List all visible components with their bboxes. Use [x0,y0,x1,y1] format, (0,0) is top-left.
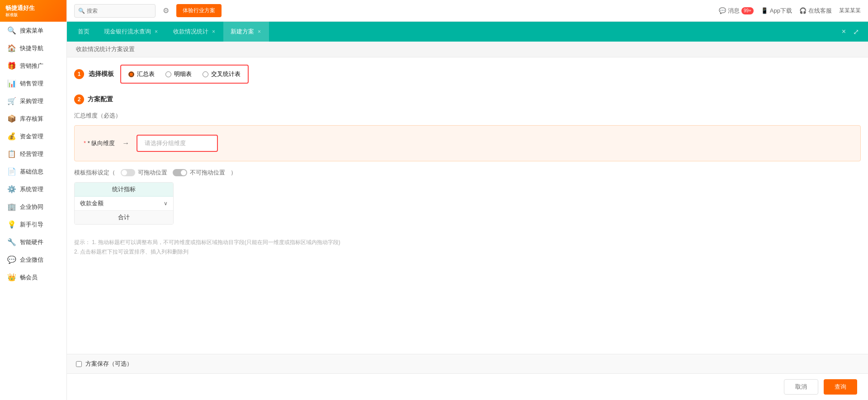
indicator-settings: 模板指标设定（ 可拖动位置 不可拖动位置 ） [74,169,861,226]
tip1: 提示： 1. 拖动标题栏可以调整布局，不可跨维度或指标区域拖动目字段(只能在同一… [74,239,861,246]
headset-icon: 🎧 [799,7,807,14]
sidebar-item-system[interactable]: ⚙️ 系统管理 [0,180,66,198]
required-star: * [84,140,86,146]
sidebar-item-operation[interactable]: 📋 经营管理 [0,145,66,163]
save-checkbox[interactable] [76,361,82,367]
fixed-toggle[interactable]: 不可拖动位置 [173,169,225,177]
download-btn[interactable]: 📱 App下载 [761,7,792,15]
radio-cross[interactable]: 交叉统计表 [203,70,241,78]
sidebar-item-label: 搜索菜单 [20,27,43,35]
save-label: 方案保存（可选） [85,360,132,368]
tab-stats[interactable]: 收款情况统计 × [166,22,223,42]
sidebar-item-quick-nav[interactable]: 🏠 快捷导航 [0,39,66,57]
search-icon: 🔍 [7,26,16,35]
sidebar-item-label: 库存核算 [20,115,43,123]
topbar-right: 💬 消息 99+ 📱 App下载 🎧 在线客服 某某某某 [719,7,861,15]
radio-cross-input[interactable] [203,71,208,77]
radio-cross-label: 交叉统计表 [211,70,241,78]
sidebar-logo: 畅捷通好生 标准版 [0,0,66,22]
sidebar-item-wechat[interactable]: 💬 企业微信 [0,251,66,268]
radio-detail[interactable]: 明细表 [165,70,192,78]
fixed-label: 不可拖动位置 [190,169,225,177]
indicator-suffix: ） [231,169,236,177]
logo-sub: 标准版 [5,12,35,18]
movable-toggle[interactable]: 可拖动位置 [121,169,167,177]
clipboard-icon: 📋 [7,150,16,158]
settings-icon[interactable]: ⚙ [163,6,169,15]
tab-new-plan-close[interactable]: × [257,28,262,35]
sidebar-item-label: 系统管理 [20,185,43,193]
box-icon: 📦 [7,114,16,123]
radio-summary[interactable]: 汇总表 [128,70,155,78]
sidebar-item-member[interactable]: 👑 畅会员 [0,268,66,286]
money-icon: 💰 [7,132,16,141]
indicator-dropdown-arrow[interactable]: ∨ [164,200,168,207]
indicator-row-amount[interactable]: 收款金额 ∨ [75,197,173,211]
tab-home-label: 首页 [78,28,90,36]
step2-section: 2 方案配置 汇总维度（必选） * * 纵向维度 → [74,94,861,263]
sidebar-item-search[interactable]: 🔍 搜索菜单 [0,22,66,39]
message-btn[interactable]: 💬 消息 99+ [719,7,754,15]
footer: 取消 查询 [67,373,868,400]
step2-title: 方案配置 [88,95,113,104]
step2-header: 2 方案配置 [74,94,861,104]
dimension-dropdown[interactable]: 请选择分组维度 [137,135,218,152]
search-icon: 🔍 [78,8,85,14]
movable-toggle-icon [121,169,135,176]
radio-detail-label: 明细表 [174,70,192,78]
tab-home[interactable]: 首页 [71,22,97,42]
search-bar[interactable]: 🔍 [74,4,156,18]
indicator-amount-name: 收款金额 [80,199,104,207]
query-button[interactable]: 查询 [824,379,857,395]
user-name[interactable]: 某某某某 [839,7,861,14]
sidebar-item-enterprise[interactable]: 🏢 企业协同 [0,198,66,216]
dimension-area: * * 纵向维度 → 请选择分组维度 [74,125,861,161]
row-dimension-label: * * 纵向维度 [84,139,115,147]
tab-expand-btn[interactable]: ⤢ [851,26,861,38]
gift-icon: 🎁 [7,61,16,70]
tab-new-plan-label: 新建方案 [231,28,254,36]
service-btn[interactable]: 🎧 在线客服 [799,7,832,15]
tab-bank-close[interactable]: × [154,28,159,35]
nav-tabs: 首页 现金银行流水查询 × 收款情况统计 × 新建方案 × × ⤢ [67,22,868,42]
sidebar-item-capital[interactable]: 💰 资金管理 [0,127,66,145]
wrench-icon: 🔧 [7,238,16,246]
sidebar-item-inventory[interactable]: 📦 库存核算 [0,110,66,127]
indicator-total-label: 合计 [118,214,130,221]
step1-title: 选择模板 [89,70,114,78]
message-icon: 💬 [719,7,726,14]
bulb-icon: 💡 [7,220,16,229]
sidebar-item-label: 企业微信 [20,256,43,264]
radio-detail-input[interactable] [165,71,171,77]
step1-number: 1 [74,69,84,79]
sidebar-item-basic-info[interactable]: 📄 基础信息 [0,163,66,180]
sidebar-item-purchase[interactable]: 🛒 采购管理 [0,92,66,110]
tab-minimize-btn[interactable]: × [840,26,848,38]
tab-new-plan[interactable]: 新建方案 × [223,22,269,42]
step1-header: 1 选择模板 汇总表 明细表 交叉统计表 [74,65,861,84]
radio-summary-input[interactable] [128,71,134,77]
sidebar-item-label: 资金管理 [20,132,43,141]
tip2: 2. 点击标题栏下拉可设置排序、插入列和删除列 [74,248,861,256]
search-input[interactable] [87,8,146,14]
radio-summary-label: 汇总表 [137,70,155,78]
tab-bank[interactable]: 现金银行流水查询 × [97,22,166,42]
cart-icon: 🛒 [7,97,16,105]
sidebar-item-sales[interactable]: 📊 销售管理 [0,75,66,92]
tab-actions: × ⤢ [840,22,864,42]
doc-icon: 📄 [7,167,16,176]
sidebar-item-smart-hw[interactable]: 🔧 智能硬件 [0,233,66,251]
sidebar-item-label: 营销推广 [20,62,43,70]
indicator-table-header: 统计指标 [75,183,173,197]
content-body: 1 选择模板 汇总表 明细表 交叉统计表 [67,57,868,354]
chart-icon: 📊 [7,79,16,88]
sidebar-item-marketing[interactable]: 🎁 营销推广 [0,57,66,75]
sidebar-item-label: 新手引导 [20,221,43,229]
home-icon: 🏠 [7,44,16,52]
industry-btn[interactable]: 体验行业方案 [176,4,222,17]
tab-stats-close[interactable]: × [211,28,216,35]
message-badge: 99+ [741,7,754,14]
indicator-total-row: 合计 [75,211,173,224]
sidebar-item-guide[interactable]: 💡 新手引导 [0,216,66,233]
cancel-button[interactable]: 取消 [784,379,818,395]
